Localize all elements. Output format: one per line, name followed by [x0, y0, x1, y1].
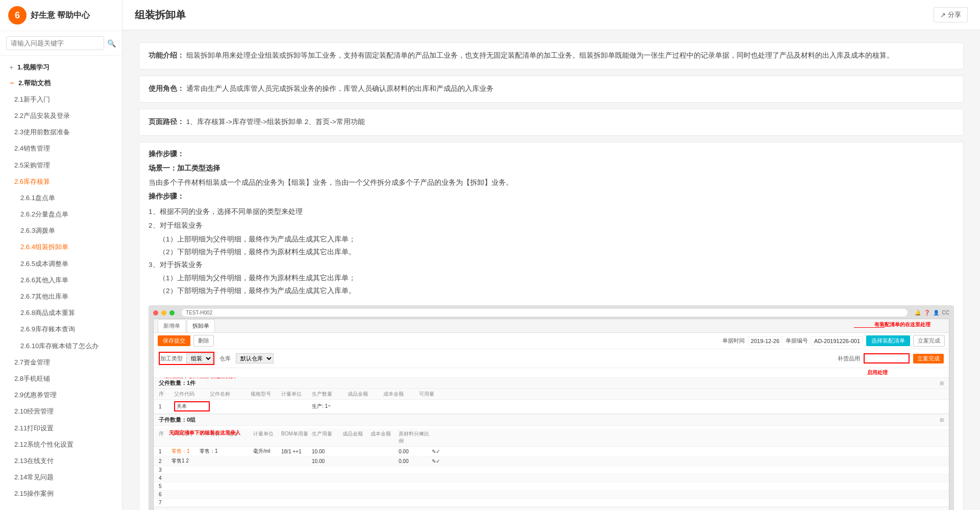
ops-heading: 操作步骤：: [149, 150, 954, 159]
sidebar-item-mobile[interactable]: 2.8手机旺铺: [0, 371, 122, 387]
btn-save[interactable]: 保存提交: [158, 335, 190, 346]
path-label: 页面路径：: [149, 118, 184, 126]
upper-code-cell: 关本: [174, 401, 210, 411]
sidebar-item-finance[interactable]: 2.7资金管理: [0, 354, 122, 371]
sidebar-item-assembly[interactable]: 2.6.4组装拆卸单: [0, 239, 122, 255]
step-2-1: （1）上部明细为父件明细，最终作为产成品生成其它入库单；: [149, 234, 954, 246]
collapse-icon: －: [8, 78, 15, 88]
role-block: 使用角色： 通常由生产人员或库管人员完成拆装业务的操作，库管人员确认原材料的出库…: [139, 76, 964, 103]
intro-label: 功能介绍：: [149, 52, 184, 59]
page-title: 组装拆卸单: [135, 8, 186, 22]
step-2: 2、对于组装业务: [149, 220, 954, 232]
screenshot-container: TEST-H002 🔔 ❓ 👤 CC 新增单: [149, 305, 954, 510]
sidebar-item-inventoryledger[interactable]: 2.6.9库存账本查询: [0, 321, 122, 337]
form-no-label: 单据编号: [786, 337, 808, 345]
btn-select-bom[interactable]: 选择装配清单: [866, 335, 910, 346]
scene1-heading: 场景一：加工类型选择: [149, 164, 954, 173]
sidebar-nav: ＋ 1.视频学习 － 2.帮助文档 2.1新手入门 2.2产品安装及登录 2.3…: [0, 56, 122, 510]
sidebar-item-faq[interactable]: 2.14常见问题: [0, 469, 122, 485]
warehouse-dropdown[interactable]: 默认仓库: [236, 353, 274, 363]
form-date-label: 单据时间: [722, 337, 745, 345]
sidebar-item-cases[interactable]: 2.15操作案例: [0, 485, 122, 502]
intro-text: 组装拆卸单用来处理企业组装或拆卸等加工业务，支持有固定装配清单的产品加工业务，也…: [186, 52, 894, 59]
form-no-value: AD-20191226-001: [811, 336, 863, 346]
share-button[interactable]: ↗ 分享: [934, 7, 968, 22]
nav-text-cc: CC: [942, 310, 949, 315]
sidebar-item-helpdoc[interactable]: － 2.帮助文档: [0, 75, 122, 91]
btn-enable[interactable]: 立案完成: [913, 335, 945, 347]
search-button[interactable]: 🔍: [107, 39, 116, 47]
supplement-input[interactable]: [864, 353, 910, 363]
sidebar: 6 好生意 帮助中心 🔍 ＋ 1.视频学习 － 2.帮助文档 2.1新手入门 2…: [0, 0, 122, 510]
sidebar-item-install[interactable]: 2.2产品安装及登录: [0, 108, 122, 124]
sidebar-item-dataprep[interactable]: 2.3使用前数据准备: [0, 124, 122, 140]
nav-icon-user: 👤: [933, 310, 939, 315]
scene1-desc: 当由多个子件材料组装成一个成品的业务为【组装】业务，当由一个父件拆分成多个子产品…: [149, 177, 954, 189]
sidebar-item-partialstocktake[interactable]: 2.6.2分量盘点单: [0, 206, 122, 223]
assembly-type-dropdown[interactable]: 组装 拆卸: [186, 353, 213, 363]
lower-row-4: 4: [154, 474, 949, 482]
lower-row-6: 6: [154, 491, 949, 499]
sidebar-item-otherinbound[interactable]: 2.6.6其他入库单: [0, 272, 122, 288]
sidebar-item-inventory[interactable]: 2.6库存核算: [0, 174, 122, 190]
upper-table-title: 父件数量：1件: [159, 379, 195, 387]
role-label: 使用角色：: [149, 85, 184, 92]
sidebar-item-onlinepay[interactable]: 2.13在线支付: [0, 453, 122, 469]
step-3-2: （2）下部明细为子件明细，最终作为产成品生成其它入库单。: [149, 285, 954, 297]
sidebar-header: 6 好生意 帮助中心: [0, 0, 122, 31]
warehouse-label: 仓库: [219, 355, 231, 362]
sidebar-item-stocktake[interactable]: 2.6.1盘点单: [0, 190, 122, 206]
search-input[interactable]: [6, 36, 104, 50]
sidebar-item-transfer[interactable]: 2.6.3调拨单: [0, 223, 122, 239]
upper-table-row-1: 1 关本 生产: 1~: [154, 400, 949, 414]
expand-upper-icon[interactable]: ⊞: [940, 380, 944, 386]
sidebar-item-print[interactable]: 2.11打印设置: [0, 420, 122, 436]
sidebar-item-otheroutbound[interactable]: 2.6.7其他出库单: [0, 288, 122, 305]
step-1: 1、根据不同的业务，选择不同单据的类型来处理: [149, 206, 954, 218]
sidebar-item-inventoryfix[interactable]: 2.6.10库存账本错了怎么办: [0, 338, 122, 354]
main-content: 组装拆卸单 ↗ 分享 功能介绍： 组装拆卸单用来处理企业组装或拆卸等加工业务，支…: [122, 0, 980, 510]
expand-lower-icon[interactable]: ⊞: [940, 417, 944, 423]
intro-block: 功能介绍： 组装拆卸单用来处理企业组装或拆卸等加工业务，支持有固定装配清单的产品…: [139, 42, 964, 69]
sidebar-item-costrecompute[interactable]: 2.6.8商品成本重算: [0, 305, 122, 321]
url-bar: TEST-H002: [186, 310, 212, 315]
step-3: 3、对于拆装业务: [149, 259, 954, 271]
lower-row-1: 1 零售：1 零售：1 毫升/ml 18/1 ++1 10.00 0.00: [154, 447, 949, 456]
sidebar-item-costadjust[interactable]: 2.6.5成本调整单: [0, 256, 122, 272]
sidebar-item-sales[interactable]: 2.4销售管理: [0, 140, 122, 157]
sidebar-item-operation[interactable]: 2.10经营管理: [0, 403, 122, 420]
sidebar-item-video[interactable]: ＋ 1.视频学习: [0, 60, 122, 75]
tab-disassemble[interactable]: 拆卸单: [187, 319, 215, 332]
path-text: 1、库存核算->库存管理->组装拆卸单 2、首页->常用功能: [186, 118, 365, 126]
form-date-value: 2019-12-26: [748, 336, 782, 346]
path-block: 页面路径： 1、库存核算->库存管理->组装拆卸单 2、首页->常用功能: [139, 109, 964, 136]
btn-delete[interactable]: 删除: [193, 335, 214, 347]
btn-apply[interactable]: 立案完成: [913, 354, 944, 363]
main-header: 组装拆卸单 ↗ 分享: [122, 0, 980, 30]
lower-row-2: 2 零售1 2 10.00 0.00 ✎✓: [154, 456, 949, 466]
lower-row-5: 5: [154, 482, 949, 491]
lower-row-3: 3: [154, 466, 949, 474]
ops-heading2: 操作步骤：: [149, 192, 954, 201]
assembly-type-selector: 加工类型 组装 拆卸: [159, 352, 214, 365]
logo-icon: 6: [8, 6, 27, 25]
annotation-no-bom: 无固定清单下的组装在这里录入: [169, 429, 240, 436]
sidebar-item-newuser[interactable]: 2.1新手入门: [0, 91, 122, 108]
sidebar-item-personalize[interactable]: 2.12系统个性化设置: [0, 436, 122, 453]
arrow-bom: [854, 327, 885, 328]
steps-list: 1、根据不同的业务，选择不同单据的类型来处理 2、对于组装业务 （1）上部明细为…: [149, 206, 954, 298]
content-area: 功能介绍： 组装拆卸单用来处理企业组装或拆卸等加工业务，支持有固定装配清单的产品…: [122, 30, 980, 510]
sidebar-item-coupon[interactable]: 2.9优惠券管理: [0, 387, 122, 403]
sidebar-item-purchase[interactable]: 2.5采购管理: [0, 157, 122, 174]
role-text: 通常由生产人员或库管人员完成拆装业务的操作，库管人员确认原材料的出库和产成品的入…: [186, 85, 494, 92]
ops-block: 操作步骤： 场景一：加工类型选择 当由多个子件材料组装成一个成品的业务为【组装】…: [139, 142, 964, 510]
search-box: 🔍: [0, 31, 122, 56]
annotation-enable: 启用处理: [867, 369, 888, 376]
step-3-1: （1）上部明细为父件明细，最终作为原材料生成其它出库单；: [149, 273, 954, 284]
lower-row-7: 7: [154, 499, 949, 507]
nav-icon-help: ❓: [924, 310, 930, 315]
status-bar: 合计 89.00 0.00 0.00 0.00 On: [154, 507, 949, 510]
expand-icon: ＋: [8, 63, 14, 72]
share-icon: ↗: [940, 11, 946, 19]
tab-new[interactable]: 新增单: [158, 319, 186, 332]
